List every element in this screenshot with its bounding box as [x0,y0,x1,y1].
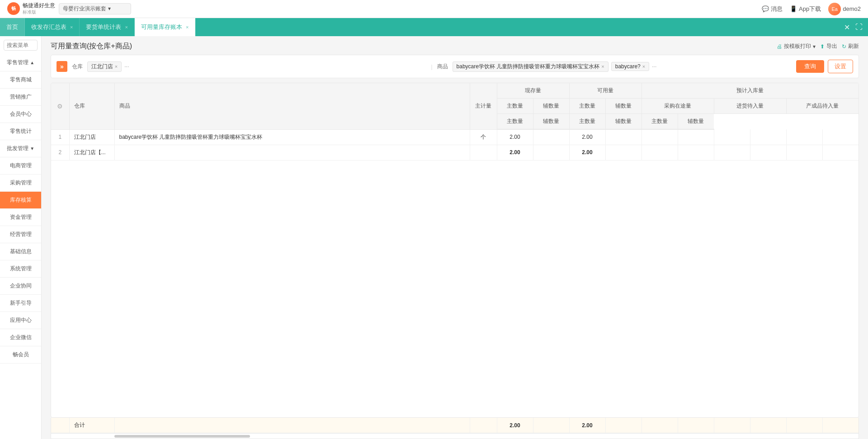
cell-avail-main: 2.00 [569,129,605,145]
cell-seq: 2 [51,145,69,160]
th-stock-main: 主数量 [497,99,533,114]
tab-home[interactable]: 首页 [0,18,25,36]
sidebar-item-basic-info[interactable]: 基础信息 [0,243,41,260]
user-name: demo2 [843,5,861,12]
gear-icon[interactable]: ⚙ [57,103,63,110]
sidebar-item-enterprise-collab[interactable]: 企业协同 [0,278,41,295]
cell-inc-main [714,129,750,145]
sidebar-item-retail-stats[interactable]: 零售统计 [0,123,41,140]
sidebar-item-zero-retail[interactable]: 零售管理 ▲ [0,54,41,71]
export-label: 导出 [826,42,837,50]
maximize-btn[interactable]: ⛶ [854,21,864,33]
industry-select[interactable]: 母婴行业演示账套 ▾ [59,3,131,14]
product-label: 商品 [437,63,448,71]
logo-text-block: 畅捷通好生意 标准版 [23,2,55,15]
th-unit: 主计量 [470,83,497,129]
cell-unit [470,145,497,160]
settings-btn[interactable]: 设置 [828,60,853,73]
sidebar-item-marketing[interactable]: 营销推广 [0,89,41,106]
cell-seq: 1 [51,129,69,145]
cell-product: babycare学饮杯 儿童防摔防撞吸管杯重力球吸嘴杯宝宝水杯 [114,129,470,145]
cell-pt-aux [678,145,714,160]
tab-receipt-summary[interactable]: 收发存汇总表 × [25,18,80,36]
cell-stock-aux [533,145,569,160]
logo-text: 畅捷通好生意 [23,2,55,9]
th-gear: ⚙ [51,83,69,129]
cell-product [114,145,470,160]
tab-available-inventory-label: 可用量库存账本 [141,23,182,31]
app-download-label: App下载 [799,5,821,13]
warehouse-tag-jiangbei: 江北门店 × [87,61,122,72]
content-area: 可用量查询(按仓库+商品) 🖨 按模板打印 ▾ ⬆ 导出 ↻ 刷新 » [42,36,868,439]
top-bar-right: 💬 消息 📱 App下载 Ea demo2 [762,3,861,15]
summary-row: 合计 2.00 2.00 [51,418,859,433]
cell-fin-aux [822,129,859,145]
query-btn[interactable]: 查询 [796,60,824,73]
main-layout: 零售管理 ▲ 零售商城 营销推广 会员中心 零售统计 批发管理 ▼ 电商管理 采… [0,36,868,439]
cell-stock-aux [533,129,569,145]
cell-inc-main [714,145,750,160]
warehouse-more[interactable]: ··· [124,63,129,70]
sidebar-item-ecommerce[interactable]: 电商管理 [0,157,41,175]
sidebar-item-enterprise-wechat[interactable]: 企业微信 [0,329,41,346]
product-tag-close[interactable]: × [601,64,604,69]
search-input[interactable] [4,40,38,51]
cell-pt-main [642,129,678,145]
tab-available-inventory[interactable]: 可用量库存账本 × [135,18,195,36]
sidebar-item-member-center[interactable]: 会员中心 [0,106,41,123]
tab-receipt-summary-close[interactable]: × [70,24,73,30]
filter-expand-btn[interactable]: » [57,61,67,72]
print-label: 按模板打印 [784,42,811,50]
print-icon: 🖨 [777,43,782,50]
sidebar-item-finance-mgmt[interactable]: 资金管理 [0,209,41,226]
summary-label: 合计 [69,418,114,433]
warehouse-tags: 江北门店 × ··· [87,61,426,72]
logo-icon: 畅 [7,2,20,15]
table-container[interactable]: ⚙ 仓库 商品 主计量 现存量 可用量 预计入库量 主数量 辅数量 主数量 [51,83,859,418]
sidebar-item-retail-mall[interactable]: 零售商城 [0,71,41,89]
table-header-row1: ⚙ 仓库 商品 主计量 现存量 可用量 预计入库量 [51,83,859,99]
top-bar: 畅 畅捷通好生意 标准版 母婴行业演示账套 ▾ 💬 消息 📱 App下载 Ea … [0,0,868,18]
warehouse-tag-close[interactable]: × [115,64,118,69]
sidebar-item-inventory-check[interactable]: 库存核算 [0,192,41,209]
sidebar-item-sys-mgmt[interactable]: 系统管理 [0,260,41,278]
close-all-tabs-btn[interactable]: ✕ [842,21,852,33]
export-icon: ⬆ [820,43,825,50]
print-template-btn[interactable]: 🖨 按模板打印 ▾ [777,42,816,50]
top-bar-left: 畅 畅捷通好生意 标准版 母婴行业演示账套 ▾ [7,2,131,15]
sidebar-item-ops-mgmt[interactable]: 经营管理 [0,226,41,243]
product-more[interactable]: ··· [652,63,656,70]
tab-order-stat[interactable]: 要货单统计表 × [80,18,134,36]
sidebar-item-purchase-mgmt[interactable]: 采购管理 [0,175,41,192]
horizontal-scrollbar[interactable] [51,434,859,439]
cell-warehouse: 江北门店【... [69,145,114,160]
sidebar-item-vip-member[interactable]: 畅会员 [0,346,41,363]
sidebar-item-new-guide[interactable]: 新手引导 [0,295,41,312]
cell-inc-aux [750,129,786,145]
cell-inc-aux [750,145,786,160]
th-inc-aux: 辅数量 [605,114,642,130]
user-profile[interactable]: Ea demo2 [828,3,861,15]
summary-stock-main: 2.00 [497,418,533,433]
product-tag-text2: babycare? [615,63,641,70]
th-stock: 现存量 [497,83,569,99]
tab-receipt-summary-label: 收发存汇总表 [31,23,66,31]
tab-order-stat-close[interactable]: × [125,24,127,30]
th-finished: 产成品待入量 [786,99,859,114]
sidebar-item-app-center[interactable]: 应用中心 [0,312,41,329]
message-label: 消息 [771,5,783,13]
th-purchase-transit: 采购在途量 [642,99,714,114]
data-table: ⚙ 仓库 商品 主计量 现存量 可用量 预计入库量 主数量 辅数量 主数量 [51,83,859,160]
tab-available-inventory-close[interactable]: × [186,24,189,30]
sidebar-item-wholesale-mgmt[interactable]: 批发管理 ▼ [0,140,41,157]
export-btn[interactable]: ⬆ 导出 [820,42,837,50]
message-btn[interactable]: 💬 消息 [762,5,783,13]
refresh-btn[interactable]: ↻ 刷新 [842,42,859,50]
th-fin-main: 主数量 [642,114,678,130]
th-stock-aux: 辅数量 [533,99,569,114]
table-body: 1 江北门店 babycare学饮杯 儿童防摔防撞吸管杯重力球吸嘴杯宝宝水杯 个… [51,129,859,160]
th-product: 商品 [114,83,470,129]
app-icon: 📱 [790,5,797,12]
app-download-btn[interactable]: 📱 App下载 [790,5,821,13]
product-tag2-close[interactable]: × [642,64,645,69]
